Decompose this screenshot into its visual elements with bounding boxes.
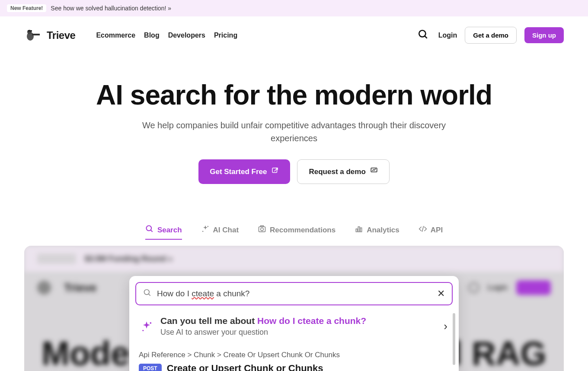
- tab-label: Recommendations: [270, 226, 336, 235]
- site-header: Trieve Ecommerce Blog Developers Pricing…: [0, 16, 588, 54]
- brand-name: Trieve: [47, 29, 75, 41]
- external-link-icon: [271, 167, 279, 177]
- presentation-icon: [370, 167, 378, 177]
- search-icon: [143, 289, 152, 299]
- http-method-badge: POST: [139, 364, 162, 371]
- get-started-label: Get Started Free: [210, 168, 267, 176]
- tab-search[interactable]: Search: [145, 225, 182, 240]
- search-icon: [145, 225, 154, 235]
- svg-line-9: [150, 230, 152, 232]
- svg-rect-14: [261, 226, 264, 227]
- tab-recommendations[interactable]: Recommendations: [258, 225, 336, 240]
- svg-point-21: [142, 330, 144, 331]
- brand[interactable]: Trieve: [24, 29, 75, 42]
- login-link[interactable]: Login: [438, 32, 457, 39]
- header-right: Login Get a demo Sign up: [416, 27, 564, 44]
- tab-label: AI Chat: [213, 226, 239, 235]
- svg-point-4: [419, 30, 425, 37]
- svg-point-8: [146, 226, 151, 231]
- brand-logo-icon: [24, 29, 42, 42]
- svg-line-19: [149, 294, 150, 296]
- svg-rect-17: [361, 228, 362, 232]
- tab-label: Search: [157, 226, 182, 235]
- nav-developers[interactable]: Developers: [168, 32, 205, 39]
- code-icon: [419, 225, 427, 235]
- search-results: Can you tell me about How do I cteate a …: [135, 305, 453, 371]
- tab-ai-chat[interactable]: AI Chat: [201, 225, 239, 240]
- tab-label: Analytics: [367, 226, 399, 235]
- close-icon[interactable]: ✕: [437, 288, 445, 299]
- search-modal: How do I cteate a chunk? ✕ Can you tell …: [129, 276, 459, 371]
- request-demo-label: Request a demo: [309, 168, 365, 176]
- hero-title: AI search for the modern world: [9, 80, 579, 110]
- svg-rect-16: [358, 227, 360, 232]
- svg-point-18: [144, 290, 150, 295]
- announcement-text: See how we solved hallucination detectio…: [51, 5, 171, 12]
- svg-point-10: [207, 226, 208, 227]
- svg-point-11: [202, 231, 203, 232]
- hero-ctas: Get Started Free Request a demo: [9, 159, 579, 184]
- svg-point-13: [261, 228, 264, 231]
- preview-pane: $3.5M Funding Round » Trieve Login Mode …: [24, 246, 564, 371]
- search-icon[interactable]: [416, 27, 431, 43]
- main-nav: Ecommerce Blog Developers Pricing: [96, 32, 237, 39]
- request-demo-button[interactable]: Request a demo: [297, 159, 389, 184]
- svg-rect-3: [28, 30, 32, 32]
- feature-tabs: Search AI Chat Recommendations Analytics…: [0, 225, 588, 240]
- result-title-row[interactable]: POST Create or Upsert Chunk or Chunks: [137, 363, 451, 371]
- ai-suggest-subtitle: Use AI to answer your question: [160, 328, 436, 337]
- hero: AI search for the modern world We help c…: [0, 54, 588, 201]
- get-started-button[interactable]: Get Started Free: [198, 159, 290, 184]
- blur-login: Login: [488, 283, 508, 292]
- nav-pricing[interactable]: Pricing: [214, 32, 237, 39]
- search-input[interactable]: How do I cteate a chunk?: [157, 289, 432, 298]
- camera-icon: [258, 225, 266, 235]
- hero-subtitle: We help companies build unfair competiti…: [138, 119, 450, 145]
- sparkle-icon: [141, 320, 153, 333]
- announcement-badge: New Feature!: [7, 4, 46, 12]
- tab-api[interactable]: API: [419, 225, 443, 240]
- blur-headline-left: Mode: [42, 334, 130, 371]
- result-breadcrumb: Api Reference > Chunk > Create Or Upsert…: [137, 351, 451, 359]
- svg-rect-1: [32, 34, 40, 35]
- ai-suggestion-row[interactable]: Can you tell me about How do I cteate a …: [137, 311, 451, 341]
- svg-line-5: [425, 36, 427, 38]
- blur-brand: Trieve: [64, 281, 96, 295]
- ai-suggest-title: Can you tell me about How do I cteate a …: [160, 316, 436, 326]
- search-input-wrapper[interactable]: How do I cteate a chunk? ✕: [135, 282, 453, 305]
- chevron-right-icon: ›: [444, 320, 447, 333]
- get-demo-button[interactable]: Get a demo: [465, 27, 517, 44]
- result-title: Create or Upsert Chunk or Chunks: [167, 363, 323, 371]
- signup-button[interactable]: Sign up: [524, 27, 564, 43]
- sparkle-icon: [201, 225, 210, 235]
- tab-label: API: [431, 226, 443, 235]
- announcement-bar[interactable]: New Feature! See how we solved hallucina…: [0, 0, 588, 16]
- blur-banner-text: $3.5M Funding Round »: [85, 254, 173, 263]
- nav-ecommerce[interactable]: Ecommerce: [96, 32, 135, 39]
- nav-blog[interactable]: Blog: [144, 32, 160, 39]
- chart-icon: [355, 225, 363, 235]
- svg-rect-6: [272, 168, 277, 173]
- svg-point-20: [150, 322, 151, 324]
- tab-analytics[interactable]: Analytics: [355, 225, 399, 240]
- svg-rect-15: [356, 229, 358, 232]
- scrollbar[interactable]: [453, 313, 455, 365]
